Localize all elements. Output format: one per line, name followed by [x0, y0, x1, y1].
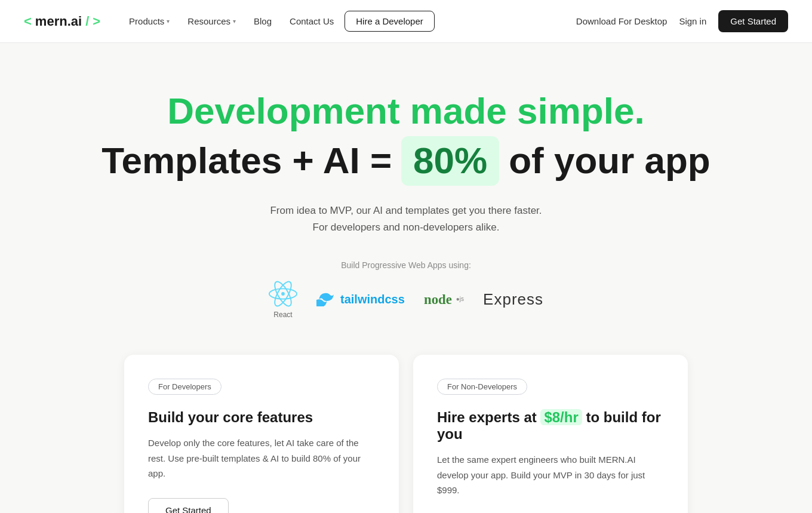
card-dev-badge: For Developers	[148, 379, 222, 395]
tech-express: Express	[483, 290, 543, 309]
card-developers: For Developers Build your core features …	[124, 355, 399, 513]
card-dev-desc: Develop only the core features, let AI t…	[148, 435, 375, 481]
chevron-down-icon: ▾	[233, 18, 236, 24]
logo[interactable]: <mern.ai/>	[24, 14, 100, 29]
hero-title-suffix: of your app	[509, 139, 710, 183]
card-nondev-badge: For Non-Developers	[437, 379, 527, 395]
card-nondev-title: Hire experts at $8/hr to build for you	[437, 409, 664, 443]
card-nondev-title-prefix: Hire experts at	[437, 409, 540, 425]
node-icon: node	[424, 289, 453, 309]
nav-links: Products ▾ Resources ▾ Blog Contact Us H…	[122, 11, 435, 32]
hero-title-line2: Templates + AI = 80% of your app	[102, 136, 710, 185]
card-nondev-price-highlight: $8/hr	[540, 409, 582, 425]
cards-section: For Developers Build your core features …	[0, 355, 812, 513]
card-nondev-desc: Let the same expert engineers who built …	[437, 452, 664, 498]
tech-react: React	[269, 279, 297, 319]
nav-blog[interactable]: Blog	[247, 11, 279, 31]
svg-text:node: node	[424, 292, 452, 307]
nav-contact[interactable]: Contact Us	[282, 11, 341, 31]
tech-react-label: React	[273, 311, 292, 319]
sign-in-link[interactable]: Sign in	[679, 16, 706, 26]
nav-products[interactable]: Products ▾	[122, 11, 177, 31]
express-text: Express	[483, 290, 543, 309]
get-started-button[interactable]: Get Started	[718, 10, 788, 32]
hero-section: Development made simple. Templates + AI …	[0, 43, 812, 355]
hire-developer-button[interactable]: Hire a Developer	[345, 11, 435, 32]
download-desktop-link[interactable]: Download For Desktop	[576, 16, 668, 26]
logo-bracket-open: <	[24, 14, 32, 29]
svg-point-3	[281, 292, 285, 296]
card-dev-cta[interactable]: Get Started	[148, 498, 229, 513]
tailwind-text: tailwindcss	[340, 293, 405, 306]
tailwind-badge: tailwindcss	[316, 292, 405, 306]
node-badge: node ●js	[424, 289, 464, 309]
tech-tailwind: tailwindcss	[316, 292, 405, 306]
hero-tech-stack: Build Progressive Web Apps using: React	[269, 260, 543, 319]
card-non-developers: For Non-Developers Hire experts at $8/hr…	[413, 355, 688, 513]
hero-subtitle: From idea to MVP, our AI and templates g…	[270, 202, 542, 237]
tech-label: Build Progressive Web Apps using:	[341, 260, 471, 270]
nav-resources[interactable]: Resources ▾	[180, 11, 243, 31]
nav-left: <mern.ai/> Products ▾ Resources ▾ Blog C…	[24, 11, 435, 32]
tech-logos: React tailwindcss node ●js	[269, 279, 543, 319]
chevron-down-icon: ▾	[167, 18, 170, 24]
logo-slash: /	[85, 14, 89, 29]
logo-bracket-close: >	[93, 14, 100, 29]
hero-title-prefix: Templates + AI =	[102, 139, 392, 183]
hero-badge: 80%	[401, 136, 499, 185]
card-dev-title: Build your core features	[148, 409, 375, 426]
logo-brand: mern.ai	[35, 14, 82, 29]
hero-title-line1: Development made simple.	[167, 91, 644, 131]
tailwind-icon	[316, 292, 336, 306]
navbar: <mern.ai/> Products ▾ Resources ▾ Blog C…	[0, 0, 812, 43]
react-icon	[269, 279, 297, 308]
tech-node: node ●js	[424, 289, 464, 309]
nav-right: Download For Desktop Sign in Get Started	[576, 10, 788, 32]
